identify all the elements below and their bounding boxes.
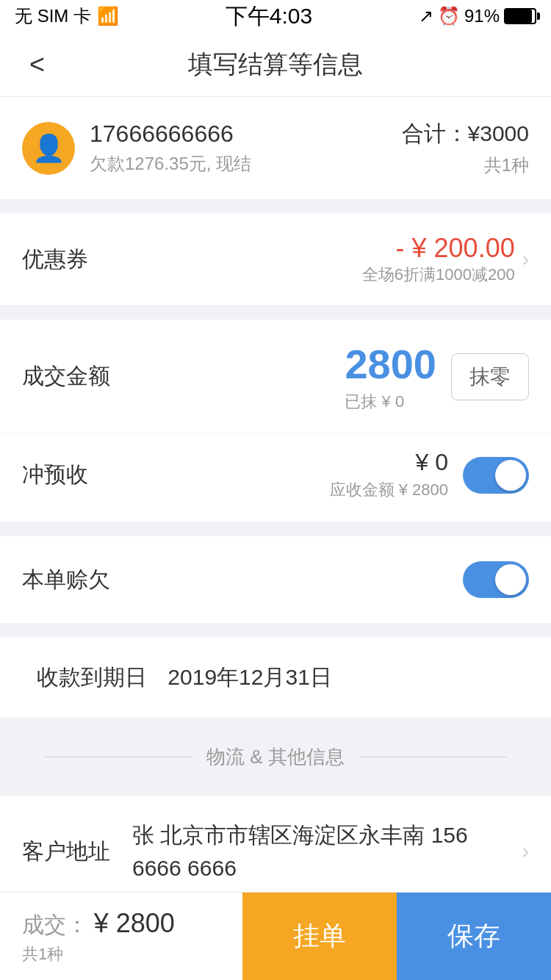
amount-label: 成交金额 [22,361,110,392]
round-button[interactable]: 抹零 [451,353,529,400]
debt-toggle[interactable] [463,561,529,598]
expiry-row: 收款到期日 2019年12月31日 [0,638,551,718]
location-icon: ↗ [419,6,433,26]
prepay-value-block: ¥ 0 应收金额 ¥ 2800 [330,449,448,501]
footer-amount-row: 成交： ¥ 2800 [22,908,220,940]
prepay-label: 冲预收 [22,460,88,490]
address-label: 客户地址 [22,837,110,867]
status-right: ↗ ⏰ 91% [419,6,536,26]
customer-total: 合计：¥3000 [402,119,529,149]
hold-button[interactable]: 挂单 [242,893,397,981]
coupon-desc: 全场6折满1000减200 [362,264,515,286]
coupon-value-block: - ¥ 200.00 全场6折满1000减200 [362,233,515,286]
logistics-divider: 物流 & 其他信息 [0,744,551,770]
alarm-icon: ⏰ [438,6,460,26]
prepay-sub: 应收金额 ¥ 2800 [330,479,448,501]
battery-icon [504,8,536,24]
customer-count: 共1种 [402,154,529,177]
status-bar: 无 SIM 卡 📶 下午4:03 ↗ ⏰ 91% [0,0,551,32]
expiry-date: 2019年12月31日 [168,665,331,689]
coupon-label: 优惠券 [22,245,88,275]
coupon-chevron: › [522,248,529,271]
amount-value-block: 2800 已抹 ¥ 0 [345,340,436,413]
prepay-row: 冲预收 ¥ 0 应收金额 ¥ 2800 [0,434,551,522]
expiry-label: 收款到期日 [37,665,147,689]
coupon-value: - ¥ 200.00 [362,233,515,264]
address-value: 张 北京市市辖区海淀区永丰南 156 6666 6666 [132,818,515,884]
content: 👤 17666666666 欠款1276.35元, 现结 合计：¥3000 共1… [0,97,551,980]
customer-left: 👤 17666666666 欠款1276.35元, 现结 [22,120,251,176]
carrier: 无 SIM 卡 [15,4,91,28]
footer-count: 共1种 [22,943,220,965]
battery-percent: 91% [464,6,500,26]
status-left: 无 SIM 卡 📶 [15,4,119,28]
customer-row: 👤 17666666666 欠款1276.35元, 现结 合计：¥3000 共1… [0,97,551,199]
amount-sub: 已抹 ¥ 0 [345,391,436,413]
footer-amount: ¥ 2800 [94,908,175,938]
footer-label: 成交： [22,912,88,937]
divider-line-left [45,757,192,757]
amount-value: 2800 [345,340,436,388]
amount-row: 成交金额 2800 已抹 ¥ 0 抹零 [0,320,551,434]
bottom-info: 成交： ¥ 2800 共1种 [0,908,242,965]
debt-row: 本单赊欠 [0,536,551,623]
page-title: 填写结算等信息 [188,48,363,82]
address-row[interactable]: 客户地址 张 北京市市辖区海淀区永丰南 156 6666 6666 › [0,796,551,907]
divider-line-right [359,757,506,757]
customer-right: 合计：¥3000 共1种 [402,119,529,177]
customer-info: 17666666666 欠款1276.35元, 现结 [90,120,251,176]
debt-label: 本单赊欠 [22,565,110,595]
prepay-right: ¥ 0 应收金额 ¥ 2800 [330,449,529,501]
prepay-toggle[interactable] [463,457,529,494]
back-button[interactable]: < [22,42,52,87]
debt-toggle-knob [495,564,526,595]
coupon-row[interactable]: 优惠券 - ¥ 200.00 全场6折满1000减200 › [0,214,551,305]
wifi-icon: 📶 [97,6,119,26]
amount-right: 2800 已抹 ¥ 0 抹零 [345,340,529,413]
logistics-section: 物流 & 其他信息 [0,732,551,782]
customer-phone: 17666666666 [90,120,251,148]
toggle-knob [495,460,526,491]
avatar: 👤 [22,122,75,175]
logistics-label: 物流 & 其他信息 [206,744,345,770]
address-chevron: › [522,840,529,863]
coupon-right: - ¥ 200.00 全场6折满1000减200 › [362,233,529,286]
status-time: 下午4:03 [226,1,312,32]
prepay-value: ¥ 0 [330,449,448,476]
nav-bar: < 填写结算等信息 [0,32,551,97]
customer-debt: 欠款1276.35元, 现结 [90,152,251,176]
bottom-bar: 成交： ¥ 2800 共1种 挂单 保存 [0,892,551,980]
save-button[interactable]: 保存 [397,893,551,981]
amount-section: 成交金额 2800 已抹 ¥ 0 抹零 冲预收 ¥ 0 应收金额 ¥ 2800 [0,320,551,522]
